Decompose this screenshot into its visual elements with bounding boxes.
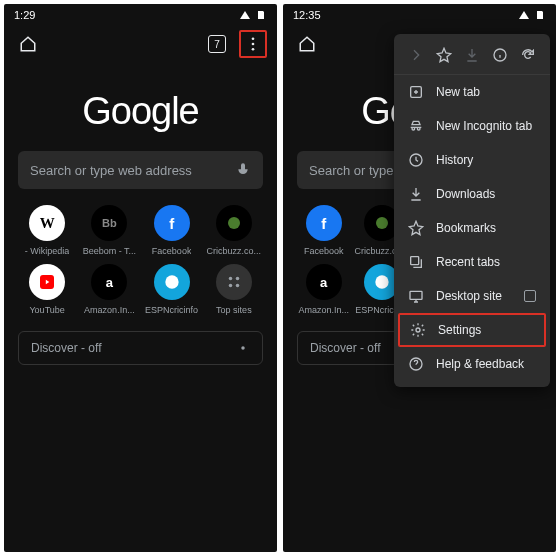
menu-item-desktop-site[interactable]: Desktop site [394,279,550,313]
menu-item-label: New Incognito tab [436,119,532,133]
shortcut-item[interactable]: Cricbuzz.co... [205,205,263,256]
shortcut-icon: W [29,205,65,241]
info-icon[interactable] [491,46,509,64]
svg-point-1 [252,43,255,46]
svg-rect-16 [411,257,419,265]
shortcut-item[interactable]: Top sites [205,264,263,315]
menu-item-new-incognito-tab[interactable]: New Incognito tab [394,109,550,143]
shortcut-item[interactable]: fFacebook [297,205,350,256]
menu-item-label: Settings [438,323,481,337]
shortcut-label: Facebook [304,246,344,256]
shortcut-item[interactable]: aAmazon.In... [80,264,138,315]
shortcut-icon: f [154,205,190,241]
menu-item-history[interactable]: History [394,143,550,177]
download-icon[interactable] [463,46,481,64]
menu-item-label: Desktop site [436,289,502,303]
svg-point-9 [236,284,240,288]
shortcut-label: Top sites [216,305,252,315]
more-menu-button[interactable] [239,30,267,58]
shortcut-icon [29,264,65,300]
shortcut-label: Amazon.In... [298,305,349,315]
shortcut-item[interactable]: W- Wikipedia [18,205,76,256]
star-icon[interactable] [435,46,453,64]
status-icons [239,9,267,21]
status-bar: 1:29 [4,4,277,26]
shortcuts-grid-left: W- WikipediaBbBeebom - T...fFacebookCric… [4,189,277,327]
svg-point-2 [252,48,255,51]
shortcut-label: Facebook [152,246,192,256]
phone-left: 1:29 7 Google Search or type web address… [4,4,277,552]
search-placeholder: Search or type web address [30,163,235,178]
forward-icon[interactable] [407,46,425,64]
status-time: 1:29 [14,9,35,21]
svg-point-0 [252,37,255,40]
home-icon[interactable] [293,30,321,58]
mic-icon[interactable] [235,162,251,178]
status-icons [518,9,546,21]
menu-top-row [394,40,550,75]
svg-point-5 [165,275,178,288]
help-icon [408,356,424,372]
shortcut-item[interactable]: aAmazon.In... [297,264,350,315]
shortcut-icon [216,205,252,241]
menu-item-recent-tabs[interactable]: Recent tabs [394,245,550,279]
home-icon[interactable] [14,30,42,58]
checkbox[interactable] [524,290,536,302]
svg-point-12 [375,275,388,288]
svg-point-10 [241,346,245,350]
recent-icon [408,254,424,270]
menu-item-new-tab[interactable]: New tab [394,75,550,109]
menu-items: New tabNew Incognito tabHistoryDownloads… [394,75,550,381]
menu-item-label: Recent tabs [436,255,500,269]
menu-item-label: Help & feedback [436,357,524,371]
svg-point-3 [228,217,240,229]
status-bar: 12:35 [283,4,556,26]
svg-point-18 [416,328,420,332]
menu-item-downloads[interactable]: Downloads [394,177,550,211]
tabs-button[interactable]: 7 [203,30,231,58]
shortcut-label: Cricbuzz.co... [207,246,262,256]
desktop-icon [408,288,424,304]
menu-item-label: History [436,153,473,167]
gear-icon[interactable] [236,341,250,355]
google-logo: Google [4,90,277,133]
history-icon [408,152,424,168]
shortcut-item[interactable]: YouTube [18,264,76,315]
menu-item-bookmarks[interactable]: Bookmarks [394,211,550,245]
discover-row[interactable]: Discover - off [18,331,263,365]
shortcut-label: - Wikipedia [25,246,70,256]
search-box[interactable]: Search or type web address [18,151,263,189]
toolbar: 7 [4,26,277,62]
gear-icon [410,322,426,338]
incognito-icon [408,118,424,134]
shortcut-icon: Bb [91,205,127,241]
shortcut-icon: f [306,205,342,241]
svg-point-11 [376,217,388,229]
status-time: 12:35 [293,9,321,21]
svg-point-6 [229,277,233,281]
discover-label: Discover - off [31,341,236,355]
shortcut-item[interactable]: fFacebook [143,205,201,256]
menu-item-help-feedback[interactable]: Help & feedback [394,347,550,381]
shortcut-label: Beebom - T... [83,246,136,256]
shortcut-icon: a [91,264,127,300]
menu-item-label: New tab [436,85,480,99]
svg-point-7 [236,277,240,281]
svg-rect-17 [410,291,422,299]
shortcut-label: ESPNcricinfo [145,305,198,315]
download-icon [408,186,424,202]
menu-item-label: Downloads [436,187,495,201]
shortcut-label: Amazon.In... [84,305,135,315]
shortcut-item[interactable]: BbBeebom - T... [80,205,138,256]
plus-icon [408,84,424,100]
menu-item-settings[interactable]: Settings [398,313,546,347]
menu-item-label: Bookmarks [436,221,496,235]
shortcut-item[interactable]: ESPNcricinfo [143,264,201,315]
shortcut-label: YouTube [29,305,64,315]
reload-icon[interactable] [519,46,537,64]
shortcut-icon [216,264,252,300]
svg-point-8 [229,284,233,288]
overflow-menu: New tabNew Incognito tabHistoryDownloads… [394,34,550,387]
shortcut-icon [154,264,190,300]
star-icon [408,220,424,236]
